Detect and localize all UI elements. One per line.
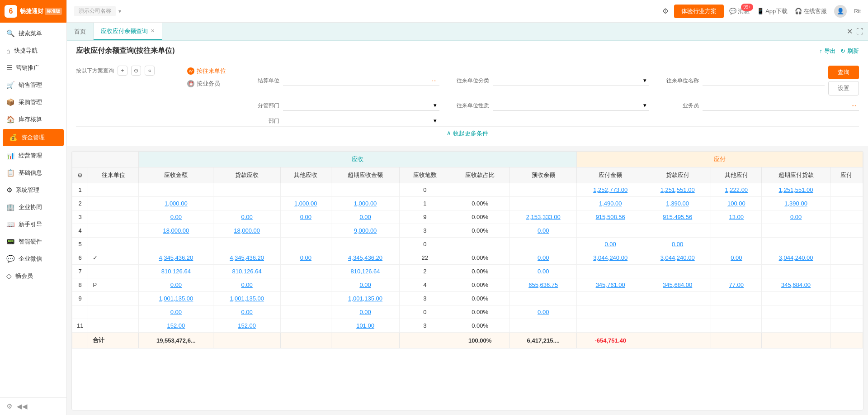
sidebar-item-purchase[interactable]: 📦 采购管理 — [0, 94, 66, 111]
cell-loan_ap[interactable]: 345,684.00 — [644, 278, 711, 292]
cell-ar_amount[interactable]: 1,000.00 — [139, 197, 213, 210]
cell-loan_ap[interactable]: 3,044,240.00 — [644, 251, 711, 265]
fullscreen-icon[interactable]: ⛶ — [856, 28, 863, 36]
sidebar-item-hardware[interactable]: 📟 智能硬件 — [0, 233, 66, 250]
filter-input-partner-name[interactable] — [703, 76, 825, 86]
sidebar-item-newbie[interactable]: 📖 新手引导 — [0, 216, 66, 233]
cell-other_ar[interactable]: 1,000.00 — [280, 197, 331, 210]
cell-loan_ap[interactable]: 0.00 — [644, 238, 711, 251]
cell-overdue_ar[interactable]: 1,001,135.00 — [331, 292, 400, 305]
cell-ar_amount[interactable]: 18,000.00 — [139, 224, 213, 238]
cell-prepay[interactable]: 0.00 — [509, 265, 576, 278]
cell-ar_amount[interactable]: 1,001,135.00 — [139, 292, 213, 305]
sidebar-item-system[interactable]: ⚙ 系统管理 — [0, 181, 66, 199]
cell-loan_ar[interactable]: 18,000.00 — [213, 224, 280, 238]
sidebar-item-quicknav[interactable]: ⌂ 快捷导航 — [0, 42, 66, 59]
cell-overdue_ar[interactable]: 810,126.64 — [331, 265, 400, 278]
cell-ap_amount[interactable]: 0.00 — [577, 238, 644, 251]
tab-home[interactable]: 首页 — [67, 23, 94, 40]
cell-ar_amount[interactable]: 4,345,436.20 — [139, 251, 213, 265]
cell-other_ap[interactable]: 100.00 — [711, 197, 762, 210]
sidebar-item-search[interactable]: 🔍 搜索菜单 — [0, 25, 66, 42]
scheme-by-salesman[interactable]: ⏰ 按业务员 — [184, 78, 230, 89]
cell-overdue_ar[interactable]: 9,000.00 — [331, 224, 400, 238]
sidebar-item-enterprise[interactable]: 🏢 企业协同 — [0, 199, 66, 216]
filter-input-partner-nature[interactable]: ▾ — [493, 100, 649, 111]
sidebar-item-sales[interactable]: 🛒 销售管理 — [0, 76, 66, 94]
cell-prepay[interactable]: 0.00 — [509, 305, 576, 319]
cell-ap_amount[interactable]: 1,490.00 — [577, 197, 644, 210]
cell-prepay[interactable]: 655,636.75 — [509, 278, 576, 292]
cell-overdue_ap[interactable]: 345,684.00 — [762, 278, 830, 292]
tab-close-action-icon[interactable]: ✕ — [847, 27, 853, 36]
settings-button[interactable]: 设置 — [828, 81, 859, 95]
filter-input-settlement[interactable]: ··· — [283, 75, 439, 86]
cell-prepay[interactable]: 2,153,333.00 — [509, 210, 576, 224]
cell-loan_ar[interactable]: 810,126.64 — [213, 265, 280, 278]
cell-overdue_ar[interactable]: 4,345,436.20 — [331, 251, 400, 265]
sidebar-item-basic[interactable]: 📋 基础信息 — [0, 164, 66, 181]
cell-other_ap[interactable]: 13.00 — [711, 210, 762, 224]
cell-overdue_ar[interactable]: 0.00 — [331, 305, 400, 319]
username[interactable]: Rit — [854, 8, 861, 14]
cell-overdue_ar[interactable]: 101.00 — [331, 319, 400, 333]
cell-other_ar[interactable]: 0.00 — [280, 251, 331, 265]
cell-prepay[interactable]: 0.00 — [509, 224, 576, 238]
cell-loan_ar[interactable]: 0.00 — [213, 210, 280, 224]
filter-input-biz-dept[interactable]: ▾ — [283, 115, 439, 126]
table-settings-icon[interactable]: ⚙ — [77, 172, 83, 179]
cell-ar_amount[interactable]: 0.00 — [139, 210, 213, 224]
cell-ar_amount[interactable]: 0.00 — [139, 278, 213, 292]
sidebar-item-marketing[interactable]: ☰ 营销推广 — [0, 59, 66, 76]
cell-loan_ar[interactable]: 0.00 — [213, 305, 280, 319]
tab-close-icon[interactable]: ✕ — [151, 28, 155, 34]
cell-ap_amount[interactable]: 915,508.56 — [577, 210, 644, 224]
cell-loan_ar[interactable]: 4,345,436.20 — [213, 251, 280, 265]
cell-overdue_ap[interactable]: 3,044,240.00 — [762, 251, 830, 265]
filter-add-btn[interactable]: + — [118, 66, 127, 76]
filter-input-salesman[interactable]: ··· — [703, 100, 859, 111]
filter-collapse-btn[interactable]: « — [145, 66, 155, 76]
cell-other_ar[interactable]: 0.00 — [280, 210, 331, 224]
filter-settings-btn[interactable]: ⊙ — [131, 66, 141, 76]
cell-ap_amount[interactable]: 345,761.00 — [577, 278, 644, 292]
cell-loan_ap[interactable]: 1,390.00 — [644, 197, 711, 210]
refresh-button[interactable]: ↻ 刷新 — [840, 47, 859, 55]
query-button[interactable]: 查询 — [828, 66, 859, 79]
filter-input-partner-category[interactable]: ▾ — [493, 75, 649, 86]
cell-other_ap[interactable]: 77.00 — [711, 278, 762, 292]
cell-loan_ar[interactable]: 1,001,135.00 — [213, 292, 280, 305]
cell-other_ap[interactable]: 1,222.00 — [711, 183, 762, 197]
footer-collapse-icon[interactable]: ◀◀ — [17, 402, 28, 410]
cell-overdue_ap[interactable]: 1,251,551.00 — [762, 183, 830, 197]
notification-btn[interactable]: 💬 消息 99+ — [729, 7, 750, 15]
cell-ar_amount[interactable]: 0.00 — [139, 305, 213, 319]
footer-settings-icon[interactable]: ⚙ — [6, 402, 12, 410]
cell-loan_ar[interactable]: 152.00 — [213, 319, 280, 333]
gear-icon[interactable]: ⚙ — [662, 7, 669, 15]
sidebar-item-member[interactable]: ◇ 畅会员 — [0, 267, 66, 285]
cell-ar_amount[interactable]: 152.00 — [139, 319, 213, 333]
cell-overdue_ap[interactable]: 0.00 — [762, 210, 830, 224]
sidebar-item-operations[interactable]: 📊 经营管理 — [0, 147, 66, 164]
cell-prepay[interactable]: 0.00 — [509, 251, 576, 265]
cell-loan_ar[interactable]: 0.00 — [213, 278, 280, 292]
cell-overdue_ar[interactable]: 0.00 — [331, 278, 400, 292]
promo-button[interactable]: 体验行业方案 — [674, 5, 724, 18]
cell-ap_amount[interactable]: 1,252,773.00 — [577, 183, 644, 197]
cell-ar_amount[interactable]: 810,126.64 — [139, 265, 213, 278]
cell-overdue_ar[interactable]: 1,000.00 — [331, 197, 400, 210]
filter-input-dept[interactable]: ▾ — [283, 100, 439, 111]
cell-loan_ap[interactable]: 915,495.56 — [644, 210, 711, 224]
sidebar-item-wechat[interactable]: 💬 企业微信 — [0, 250, 66, 267]
cell-other_ap[interactable]: 0.00 — [711, 251, 762, 265]
col-settings[interactable]: ⚙ — [72, 167, 88, 183]
app-download-btn[interactable]: 📱 App下载 — [757, 7, 788, 15]
cell-overdue_ap[interactable]: 1,390.00 — [762, 197, 830, 210]
tab-balance-query[interactable]: 应收应付余额查询 ✕ — [94, 23, 162, 40]
cell-ap_amount[interactable]: 3,044,240.00 — [577, 251, 644, 265]
scheme-by-partner[interactable]: W 按往来单位 — [184, 66, 230, 76]
cell-loan_ap[interactable]: 1,251,551.00 — [644, 183, 711, 197]
sidebar-item-inventory[interactable]: 🏠 库存核算 — [0, 111, 66, 128]
collapse-bar[interactable]: ∧ 收起更多条件 — [76, 126, 859, 140]
